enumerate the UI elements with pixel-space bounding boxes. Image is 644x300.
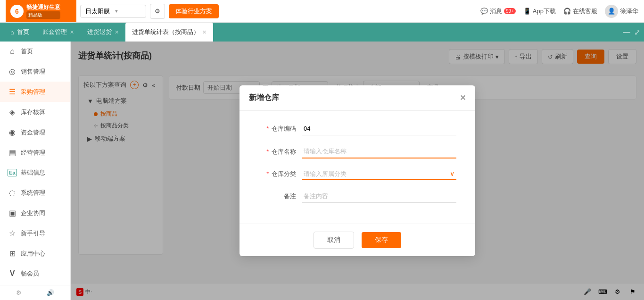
phone-icon: 📱 bbox=[523, 8, 531, 15]
tab-bar-actions: — ⤢ bbox=[623, 28, 640, 37]
tab-maximize-button[interactable]: ⤢ bbox=[634, 28, 640, 37]
chevron-down-icon: ▼ bbox=[114, 8, 141, 14]
headset-icon: 🎧 bbox=[563, 8, 571, 15]
tab-close-icon[interactable]: ✕ bbox=[115, 29, 119, 35]
name-label: * 仓库名称 bbox=[258, 148, 296, 156]
purchase-icon: ☰ bbox=[8, 87, 17, 96]
home-icon: ⌂ bbox=[8, 47, 17, 56]
modal-close-button[interactable]: ✕ bbox=[460, 93, 466, 102]
messages-button[interactable]: 💬 消息 99+ bbox=[480, 7, 516, 16]
finance-icon: ◉ bbox=[8, 128, 17, 137]
form-row-note: 备注 bbox=[258, 190, 456, 203]
top-header: 6 畅捷通好生意 精品版 日太阳膜 ▼ ⚙ 体验行业方案 💬 消息 99+ 📱 … bbox=[0, 0, 644, 23]
sidebar-item-system[interactable]: ◌ 系统管理 bbox=[0, 183, 70, 203]
category-select[interactable]: ∨ bbox=[302, 168, 456, 180]
system-icon: ◌ bbox=[8, 188, 17, 197]
settings-button[interactable]: ⚙ bbox=[150, 4, 165, 19]
main-layout: ⌂ 首页 ◎ 销售管理 ☰ 采购管理 ◈ 库存核算 ◉ 资金管理 ▤ 经营管理 … bbox=[0, 42, 644, 300]
online-service-button[interactable]: 🎧 在线客服 bbox=[563, 7, 597, 16]
form-row-category: * 仓库分类 ∨ bbox=[258, 168, 456, 180]
sidebar-item-home[interactable]: ⌂ 首页 bbox=[0, 42, 70, 61]
guide-icon: ☆ bbox=[8, 229, 17, 238]
apps-icon: ⊞ bbox=[8, 249, 17, 258]
sidebar: ⌂ 首页 ◎ 销售管理 ☰ 采购管理 ◈ 库存核算 ◉ 资金管理 ▤ 经营管理 … bbox=[0, 42, 71, 300]
tab-bar: ⌂ 首页 账套管理 ✕ 进货退货 ✕ 进货单统计表（按商品） ✕ — ⤢ bbox=[0, 23, 644, 42]
logo-area: 6 畅捷通好生意 精品版 bbox=[6, 0, 76, 22]
experience-button[interactable]: 体验行业方案 bbox=[169, 4, 219, 18]
sidebar-item-finance[interactable]: ◉ 资金管理 bbox=[0, 122, 70, 142]
sidebar-item-operation[interactable]: ▤ 经营管理 bbox=[0, 142, 70, 163]
app-download-button[interactable]: 📱 App下载 bbox=[523, 7, 556, 16]
sales-icon: ◎ bbox=[8, 67, 17, 76]
save-button[interactable]: 保存 bbox=[362, 232, 401, 248]
sidebar-item-sales[interactable]: ◎ 销售管理 bbox=[0, 61, 70, 82]
sidebar-item-guide[interactable]: ☆ 新手引导 bbox=[0, 223, 70, 243]
cancel-button[interactable]: 取消 bbox=[314, 232, 354, 249]
enterprise-icon: ▣ bbox=[8, 208, 17, 217]
content-area: 进货单统计(按商品) 🖨 按模板打印 ▾ ↑ 导出 ↺ 刷新 bbox=[71, 42, 644, 300]
tab-account[interactable]: 账套管理 ✕ bbox=[36, 23, 81, 42]
modal-header: 新增仓库 ✕ bbox=[239, 85, 475, 111]
inventory-icon: ◈ bbox=[8, 108, 17, 117]
message-icon: 💬 bbox=[480, 8, 488, 15]
tab-close-icon[interactable]: ✕ bbox=[202, 29, 206, 35]
modal-footer: 取消 保存 bbox=[239, 224, 475, 256]
sidebar-item-basic[interactable]: Ea 基础信息 bbox=[0, 163, 70, 183]
basic-icon: Ea bbox=[8, 169, 17, 176]
tab-minimize-button[interactable]: — bbox=[623, 28, 630, 37]
vip-icon: V bbox=[8, 269, 17, 278]
tab-close-icon[interactable]: ✕ bbox=[70, 29, 74, 35]
note-label: 备注 bbox=[258, 192, 296, 200]
category-label: * 仓库分类 bbox=[258, 170, 296, 178]
note-input[interactable] bbox=[302, 190, 456, 203]
sidebar-speaker-icon[interactable]: 🔊 bbox=[47, 289, 54, 296]
logo-text: 畅捷通好生意 精品版 bbox=[26, 3, 60, 19]
sidebar-item-apps[interactable]: ⊞ 应用中心 bbox=[0, 243, 70, 264]
name-input[interactable] bbox=[302, 145, 456, 158]
gear-icon: ⚙ bbox=[155, 8, 160, 15]
select-arrow-icon: ∨ bbox=[450, 170, 454, 177]
user-profile[interactable]: 👤 徐泽华 bbox=[605, 5, 638, 18]
logo-icon: 6 bbox=[10, 5, 24, 18]
modal-body: * 仓库编码 * 仓库名称 bbox=[239, 111, 475, 224]
store-selector[interactable]: 日太阳膜 ▼ bbox=[80, 5, 146, 18]
header-right: 💬 消息 99+ 📱 App下载 🎧 在线客服 👤 徐泽华 bbox=[480, 5, 638, 18]
sidebar-item-enterprise[interactable]: ▣ 企业协同 bbox=[0, 203, 70, 223]
code-input[interactable] bbox=[302, 122, 456, 135]
form-row-name: * 仓库名称 bbox=[258, 145, 456, 158]
sidebar-settings-icon[interactable]: ⚙ bbox=[16, 289, 22, 296]
modal-add-warehouse: 新增仓库 ✕ * 仓库编码 * bbox=[239, 85, 475, 256]
category-input[interactable] bbox=[304, 170, 450, 177]
sidebar-item-inventory[interactable]: ◈ 库存核算 bbox=[0, 102, 70, 122]
tab-purchase-return[interactable]: 进货退货 ✕ bbox=[81, 23, 125, 42]
tab-purchase-stats[interactable]: 进货单统计表（按商品） ✕ bbox=[125, 23, 213, 42]
operation-icon: ▤ bbox=[8, 148, 17, 157]
form-row-code: * 仓库编码 bbox=[258, 122, 456, 135]
avatar: 👤 bbox=[605, 5, 618, 18]
modal-overlay: 新增仓库 ✕ * 仓库编码 * bbox=[71, 42, 644, 300]
modal-title: 新增仓库 bbox=[249, 93, 279, 103]
sidebar-item-vip[interactable]: V 畅会员 bbox=[0, 264, 70, 283]
code-label: * 仓库编码 bbox=[258, 125, 296, 133]
home-icon: ⌂ bbox=[10, 29, 14, 36]
tab-home[interactable]: ⌂ 首页 bbox=[4, 23, 36, 42]
sidebar-item-purchase[interactable]: ☰ 采购管理 bbox=[0, 82, 70, 102]
